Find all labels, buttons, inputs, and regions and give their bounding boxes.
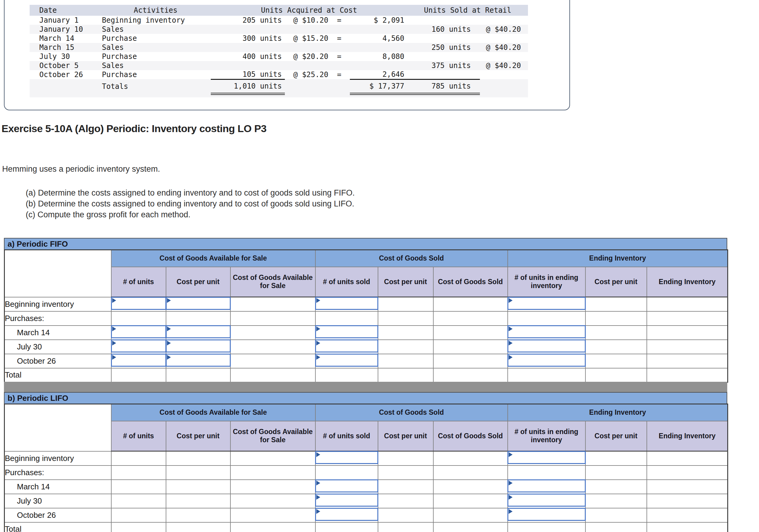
worksheet-row: July 30 <box>5 340 728 354</box>
worksheet-cell <box>508 522 585 532</box>
worksheet-cell <box>508 311 585 325</box>
inventory-date: January 1 <box>30 16 100 25</box>
worksheet-cell <box>508 297 585 311</box>
totals-spacer <box>480 79 528 94</box>
worksheet-cell <box>433 340 508 354</box>
col-group-header: Ending Inventory <box>508 250 728 267</box>
col-group-header: Cost of Goods Sold <box>315 250 508 267</box>
worksheet-cell <box>111 368 166 382</box>
inventory-retail-price <box>480 34 528 43</box>
input-cell[interactable] <box>315 494 378 507</box>
worksheet-cell <box>166 325 230 340</box>
input-cell[interactable] <box>166 325 231 338</box>
worksheet-cell <box>230 325 315 340</box>
input-cell[interactable] <box>315 451 378 464</box>
input-cell[interactable] <box>507 494 586 507</box>
input-cell[interactable] <box>507 479 586 492</box>
input-cell[interactable] <box>315 339 378 353</box>
inventory-activity: Purchase <box>100 34 211 43</box>
worksheet-cell <box>166 368 230 382</box>
worksheet-table: Cost of Goods Available for SaleCost of … <box>4 403 728 532</box>
inventory-units-sold <box>407 52 480 61</box>
input-cell[interactable] <box>111 354 166 367</box>
input-cell[interactable] <box>166 297 231 310</box>
worksheet-cell <box>508 354 585 368</box>
worksheet-cell <box>433 325 508 340</box>
input-cell[interactable] <box>111 325 166 338</box>
row-label: July 30 <box>5 494 111 508</box>
input-cell[interactable] <box>507 508 586 521</box>
row-label: Purchases: <box>5 466 111 480</box>
worksheet-cell <box>508 340 585 354</box>
worksheet-cell <box>433 480 508 494</box>
col-header: Cost per unit <box>166 421 230 451</box>
input-cell[interactable] <box>507 451 586 464</box>
worksheet-cell <box>315 494 378 508</box>
filler <box>100 94 211 97</box>
input-cell[interactable] <box>507 354 586 367</box>
input-cell[interactable] <box>315 479 378 492</box>
inventory-activity: Sales <box>100 25 211 34</box>
col-header: Cost per unit <box>585 421 647 451</box>
worksheet-cell <box>585 466 647 480</box>
worksheet-cell <box>230 297 315 311</box>
input-cell[interactable] <box>111 339 166 353</box>
input-cell[interactable] <box>315 297 378 310</box>
input-cell[interactable] <box>507 297 586 310</box>
total-highlight-cell <box>433 368 508 382</box>
worksheet-cell <box>585 340 647 354</box>
worksheet-cell <box>315 451 378 466</box>
input-cell[interactable] <box>315 325 378 338</box>
inventory-retail-price: @ $40.20 <box>480 61 528 70</box>
worksheet-cell <box>585 354 647 368</box>
input-cell[interactable] <box>315 354 378 367</box>
row-label: March 14 <box>5 325 111 340</box>
input-cell[interactable] <box>166 339 231 353</box>
input-cell[interactable] <box>315 508 378 521</box>
worksheet-cell <box>647 297 728 311</box>
input-cell[interactable] <box>111 297 166 310</box>
worksheet-cell <box>647 340 728 354</box>
worksheet-cell <box>230 494 315 508</box>
col-header: Cost per unit <box>585 267 647 297</box>
worksheet-cell <box>378 354 433 368</box>
row-label: July 30 <box>5 340 111 354</box>
worksheet-cell <box>111 494 166 508</box>
worksheet-cell <box>378 368 433 382</box>
col-header: Cost of Goods Available for Sale <box>230 267 315 297</box>
inventory-activity: Sales <box>100 61 211 70</box>
inventory-units-acquired: 300 units <box>211 34 285 43</box>
col-header: Ending Inventory <box>647 421 728 451</box>
worksheet-lifo: b) Periodic LIFOCost of Goods Available … <box>4 392 727 532</box>
worksheet-cell <box>647 508 728 522</box>
inventory-units-sold: 250 units <box>407 43 480 52</box>
worksheet-cell <box>315 508 378 522</box>
exercise-title: Exercise 5-10A (Algo) Periodic: Inventor… <box>2 123 266 134</box>
worksheet-cell <box>111 466 166 480</box>
inventory-cost-amount <box>350 43 407 52</box>
worksheet-section-header: b) Periodic LIFO <box>4 392 727 403</box>
worksheet-cell <box>230 466 315 480</box>
totals-units-sold: 785 units <box>407 79 480 94</box>
col-header: # of units <box>111 267 166 297</box>
input-cell[interactable] <box>166 354 231 367</box>
input-cell[interactable] <box>507 325 586 338</box>
worksheet-row: March 14 <box>5 325 728 340</box>
inventory-totals-row: Totals1,010 units$ 17,377785 units <box>30 79 528 94</box>
inventory-units-acquired: 105 units <box>211 70 285 79</box>
input-cell[interactable] <box>507 339 586 353</box>
col-header: Cost per unit <box>166 267 230 297</box>
inventory-cost-amount: 8,080 <box>350 52 407 61</box>
col-group-header: Cost of Goods Available for Sale <box>111 250 315 267</box>
inventory-date: July 30 <box>30 52 100 61</box>
inventory-date: October 5 <box>30 61 100 70</box>
worksheet-cell <box>378 494 433 508</box>
col-header: Cost of Goods Sold <box>433 267 508 297</box>
worksheet-cell <box>166 354 230 368</box>
col-header: Cost of Goods Available for Sale <box>230 421 315 451</box>
inventory-row: January 1Beginning inventory205 units@ $… <box>30 16 528 25</box>
inventory-unit-cost <box>285 25 350 34</box>
row-label: Beginning inventory <box>5 297 111 311</box>
inventory-units-acquired: 205 units <box>211 16 285 25</box>
inventory-row: October 5Sales375 units@ $40.20 <box>30 61 528 70</box>
